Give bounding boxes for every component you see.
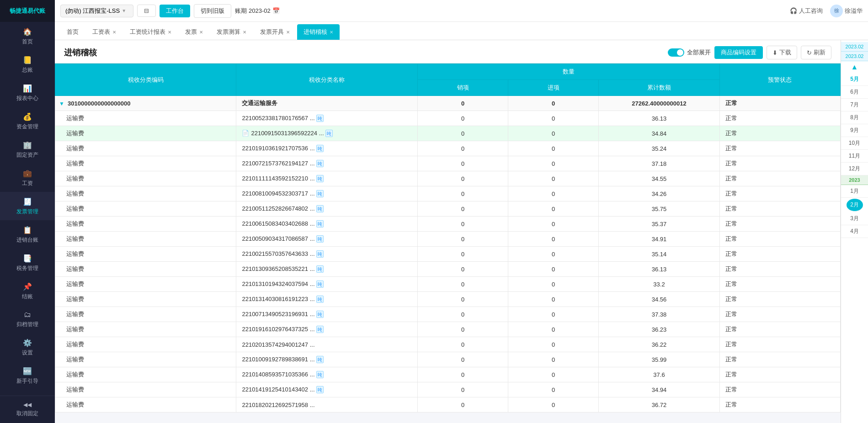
table-row[interactable]: 运输费 22101408593571035366 ... 吨 0 0 37.6 … [55,367,841,382]
th-cumulative: 累计数额 [599,80,719,96]
tab-invoice-calc[interactable]: 发票测算 ✕ [210,24,253,40]
sidebar-item-guide[interactable]: 🆕 新手引导 [0,361,55,390]
table-row[interactable]: 运输费 22101419125410143402 ... 吨 0 0 34.94… [55,382,841,397]
table-row[interactable]: 运输费 22101910361921707536 ... 吨 0 0 35.24… [55,141,841,156]
tab-reconcile-close[interactable]: ✕ [330,30,333,35]
sidebar-item-capital[interactable]: 💰 资金管理 [0,107,55,135]
calendar-month-1[interactable]: 1月 [841,185,868,198]
table-row[interactable]: 运输费 22101309365208535221 ... 吨 0 0 36.13… [55,262,841,277]
sidebar-item-tax[interactable]: 📑 税务管理 [0,249,55,277]
td-sales: 0 [417,397,508,412]
th-purchase: 进项 [508,80,599,96]
period-selector[interactable]: 账期 2023-02 📅 [235,7,280,15]
sidebar-footer[interactable]: ◀◀ 取消固定 [0,396,55,423]
table-row[interactable]: 运输费 22101916102976437325 ... 吨 0 0 36.23… [55,322,841,337]
td-purchase: 0 [508,397,599,412]
ledger-icon: 📒 [23,56,32,64]
table-row[interactable]: 运输费 22101009192789838691 ... 吨 0 0 35.99… [55,352,841,367]
calendar-month-4[interactable]: 4月 [841,225,868,238]
calendar-month-5[interactable]: 5月 [841,73,868,86]
table-row[interactable]: 运输费 22101310194324037594 ... 吨 0 0 33.2 … [55,277,841,292]
download-button[interactable]: ⬇ 下载 [767,46,797,59]
refresh-button[interactable]: ↻ 刷新 [801,46,831,59]
unit-tag: 吨 [325,130,333,137]
table-row[interactable]: 运输费 📄22100915031396592224 ... 吨 0 0 34.8… [55,126,841,141]
tab-invoice-open-close[interactable]: ✕ [286,30,290,35]
sidebar-item-settings[interactable]: ⚙️ 设置 [0,333,55,361]
tab-invoice-open[interactable]: 发票开具 ✕ [254,24,296,40]
calendar-month-8[interactable]: 8月 [841,111,868,124]
calendar-month-3[interactable]: 3月 [841,212,868,225]
td-cumulative: 35.37 [599,217,719,232]
sidebar-item-invoice-mgmt[interactable]: 🧾 发票管理 [0,192,55,220]
user-info[interactable]: 徐 徐溢华 [830,5,863,17]
expand-toggle[interactable]: 全部展开 [668,48,711,57]
td-cumulative: 34.94 [599,382,719,397]
table-row[interactable]: 运输费 22100810094532303717 ... 吨 0 0 34.26… [55,186,841,201]
tab-salary-close[interactable]: ✕ [112,30,116,35]
table-row[interactable]: ▼ 3010000000000000000 交通运输服务 0 0 27262.4… [55,96,841,111]
settings-button[interactable]: 商品编码设置 [714,46,763,59]
username: 徐溢华 [845,7,863,15]
tab-home[interactable]: 首页 [60,24,85,40]
toggle-track[interactable] [668,48,684,57]
calendar-month-7[interactable]: 7月 [841,99,868,111]
table-row[interactable]: 运输费 22101820212692571958 ... 0 0 36.72 正… [55,397,841,412]
sidebar-item-member[interactable]: ⭐ 畅会员 [0,390,55,396]
sidebar-item-home[interactable]: 🏠 首页 [0,22,55,50]
table-row[interactable]: 运输费 22100721573762194127 ... 吨 0 0 37.18… [55,156,841,171]
unit-tag: 吨 [316,311,324,318]
sidebar-item-salary[interactable]: 💼 工资 [0,164,55,192]
calendar-month-6[interactable]: 6月 [841,86,868,99]
tab-salary-stat-close[interactable]: ✕ [168,30,171,35]
td-purchase: 0 [508,292,599,307]
sidebar-item-settle[interactable]: 📌 结账 [0,277,55,305]
td-invoice-no: 22100215570357643633 ... 吨 [236,247,417,262]
calendar-month-10[interactable]: 10月 [841,137,868,150]
tab-salary[interactable]: 工资表 ✕ [86,24,122,40]
td-sales: 0 [417,217,508,232]
sidebar-item-reports[interactable]: 📊 报表中心 [0,79,55,107]
table-row[interactable]: 运输费 22100215570357643633 ... 吨 0 0 35.14… [55,247,841,262]
calendar-month-11[interactable]: 11月 [841,150,868,163]
table-row[interactable]: 运输费 22100713490523196931 ... 吨 0 0 37.38… [55,307,841,322]
table-row[interactable]: 运输费 22100615083403402688 ... 吨 0 0 35.37… [55,217,841,232]
table-row[interactable]: 运输费 22102013574294001247 ... 0 0 36.22 正… [55,337,841,352]
main-area: (勿动) 江西报宝-LSS ▼ ⊟ 工作台 切到旧版 账期 2023-02 📅 … [55,0,868,423]
unit-tag: 吨 [316,205,324,212]
sidebar-item-sales-ledger[interactable]: 📋 进销台账 [0,220,55,249]
home-icon: 🏠 [23,27,32,36]
table-row[interactable]: 运输费 22101314030816191223 ... 吨 0 0 34.56… [55,292,841,307]
expand-icon[interactable]: ▼ [59,100,64,107]
calendar-up-arrow[interactable]: ▲ [841,61,868,73]
sidebar-item-assets[interactable]: 🏢 固定资产 [0,135,55,164]
tab-invoice-close[interactable]: ✕ [199,30,203,35]
table-row[interactable]: 运输费 22100509034317086587 ... 吨 0 0 34.91… [55,232,841,247]
help-btn[interactable]: 🎧 人工咨询 [790,7,823,15]
td-cumulative: 37.38 [599,307,719,322]
table-container[interactable]: 税收分类编码 税收分类名称 数量 预警状态 销项 进项 累计数额 [55,63,841,423]
settings-icon: ⚙️ [23,338,32,347]
company-dropdown-arrow: ▼ [122,8,126,13]
sidebar-item-ledger[interactable]: 📒 总账 [0,50,55,79]
sidebar-item-archive[interactable]: 🗂 归档管理 [0,305,55,333]
td-sales: 0 [417,156,508,171]
sidebar-item-label: 进销台账 [16,236,38,244]
td-sales: 0 [417,352,508,367]
tab-invoice-calc-close[interactable]: ✕ [243,30,246,35]
table-row[interactable]: 运输费 22100523381780176567 ... 吨 0 0 36.13… [55,111,841,126]
copy-button[interactable]: ⊟ [137,5,156,17]
td-cumulative: 35.75 [599,201,719,217]
calendar-month-9[interactable]: 9月 [841,124,868,137]
tab-invoice[interactable]: 发票 ✕ [179,24,209,40]
workbench-button[interactable]: 工作台 [160,5,190,17]
company-selector[interactable]: (勿动) 江西报宝-LSS ▼ [60,5,133,17]
tab-salary-stat[interactable]: 工资统计报表 ✕ [123,24,178,40]
switch-version-button[interactable]: 切到旧版 [194,4,231,18]
calendar-month-12[interactable]: 12月 [841,163,868,175]
table-row[interactable]: 运输费 22100511252826674802 ... 吨 0 0 35.75… [55,201,841,217]
calendar-month-2-current[interactable]: 2月 [847,199,863,212]
table-row[interactable]: 运输费 22101111143592152210 ... 吨 0 0 34.55… [55,171,841,186]
td-invoice-no: 22100511252826674802 ... 吨 [236,201,417,217]
tab-reconcile[interactable]: 进销稽核 ✕ [297,24,340,40]
